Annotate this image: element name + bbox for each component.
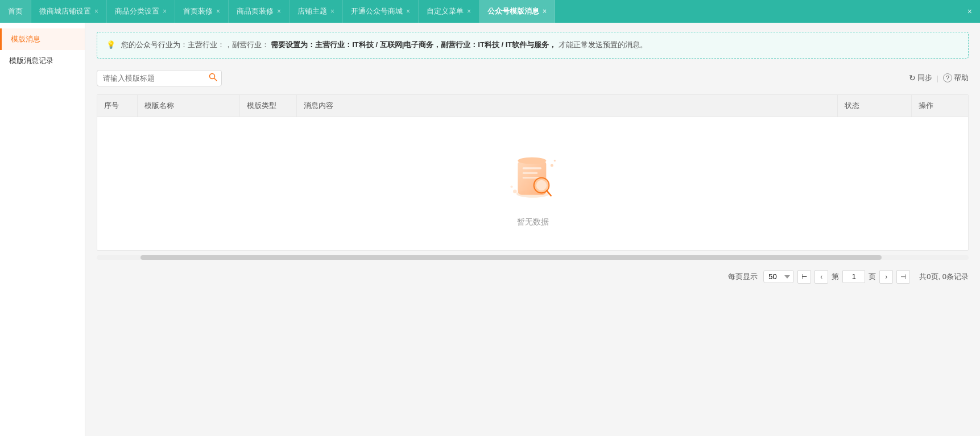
- col-status: 状态: [837, 95, 911, 117]
- help-icon: ?: [943, 73, 952, 82]
- svg-point-9: [536, 180, 546, 190]
- notice-banner: 💡 您的公众号行业为：主营行业：，副营行业： 需要设置为：主营行业：IT科技 /…: [97, 32, 969, 59]
- tab-wshop[interactable]: 微商城店铺设置 ×: [31, 0, 107, 23]
- empty-state: 暂无数据: [97, 117, 968, 250]
- tab-product[interactable]: 商品页装修 ×: [229, 0, 290, 23]
- close-icon[interactable]: ×: [330, 7, 334, 15]
- data-table: 序号 模版名称 模版类型 消息内容 状态: [97, 95, 968, 250]
- empty-text: 暂无数据: [517, 217, 549, 227]
- close-icon[interactable]: ×: [163, 7, 167, 15]
- scrollbar-thumb[interactable]: [140, 255, 882, 260]
- toolbar-right: ↻ 同步 | ? 帮助: [909, 73, 969, 83]
- col-content: 消息内容: [296, 95, 837, 117]
- next-page-button[interactable]: ›: [879, 270, 893, 284]
- empty-illustration: [505, 151, 561, 208]
- sync-icon: ↻: [909, 73, 916, 82]
- tab-category[interactable]: 商品分类设置 ×: [107, 0, 175, 23]
- prev-page-button[interactable]: ‹: [814, 270, 828, 284]
- svg-line-1: [214, 78, 217, 81]
- content-area: 💡 您的公众号行业为：主营行业：，副营行业： 需要设置为：主营行业：IT科技 /…: [85, 23, 980, 436]
- svg-point-13: [513, 189, 517, 193]
- svg-point-4: [518, 157, 546, 164]
- close-icon[interactable]: ×: [94, 7, 98, 15]
- tab-custmenu[interactable]: 自定义菜单 ×: [419, 0, 479, 23]
- svg-rect-6: [522, 172, 537, 173]
- col-type: 模版类型: [239, 95, 296, 117]
- sidebar: 模版消息 模版消息记录: [0, 23, 85, 436]
- help-button[interactable]: ? 帮助: [943, 73, 969, 83]
- tab-homepage[interactable]: 首页装修 ×: [175, 0, 229, 23]
- svg-point-12: [553, 160, 555, 161]
- horizontal-scrollbar[interactable]: [97, 255, 969, 260]
- page-input[interactable]: [842, 270, 865, 283]
- pagination: 每页显示 50 10 20 100 ⊢ ‹ 第 页 › ⊣ 共0页, 0条记录: [97, 264, 969, 286]
- page-total: 共0页, 0条记录: [919, 272, 969, 282]
- page-suffix: 页: [869, 272, 876, 282]
- svg-rect-5: [522, 167, 541, 169]
- tab-mall[interactable]: 开通公众号商城 ×: [343, 0, 419, 23]
- close-icon[interactable]: ×: [467, 7, 471, 15]
- svg-point-14: [510, 185, 512, 188]
- search-bar: ↻ 同步 | ? 帮助: [97, 70, 969, 86]
- bulb-icon: 💡: [106, 40, 115, 49]
- tab-template[interactable]: 公众号模版消息 ×: [479, 0, 555, 23]
- search-input[interactable]: [97, 70, 222, 86]
- svg-rect-7: [522, 177, 539, 178]
- page-size-select[interactable]: 50 10 20 100: [763, 270, 794, 283]
- close-all-button[interactable]: ×: [960, 7, 980, 16]
- close-icon[interactable]: ×: [406, 7, 410, 15]
- page-label: 第: [832, 272, 839, 282]
- col-name: 模版名称: [137, 95, 239, 117]
- col-index: 序号: [97, 95, 137, 117]
- top-nav: 首页 微商城店铺设置 × 商品分类设置 × 首页装修 × 商品页装修 × 店铺主…: [0, 0, 980, 23]
- main-layout: 模版消息 模版消息记录 💡 您的公众号行业为：主营行业：，副营行业： 需要设置为…: [0, 23, 980, 436]
- last-page-button[interactable]: ⊣: [896, 270, 910, 284]
- close-icon[interactable]: ×: [543, 7, 547, 15]
- search-icon[interactable]: [209, 73, 217, 83]
- sidebar-item-template-msg[interactable]: 模版消息: [0, 28, 85, 50]
- divider: |: [937, 74, 938, 82]
- search-wrap: [97, 70, 222, 86]
- sync-button[interactable]: ↻ 同步: [909, 73, 932, 83]
- tab-home[interactable]: 首页: [0, 0, 31, 23]
- close-icon[interactable]: ×: [277, 7, 281, 15]
- data-table-wrapper: 序号 模版名称 模版类型 消息内容 状态: [97, 94, 969, 251]
- svg-point-11: [550, 164, 553, 167]
- close-icon[interactable]: ×: [216, 7, 220, 15]
- tab-theme[interactable]: 店铺主题 ×: [290, 0, 343, 23]
- col-action: 操作: [911, 95, 968, 117]
- page-size-label: 每页显示: [728, 272, 758, 282]
- sidebar-item-template-record[interactable]: 模版消息记录: [0, 50, 85, 72]
- first-page-button[interactable]: ⊢: [797, 270, 811, 284]
